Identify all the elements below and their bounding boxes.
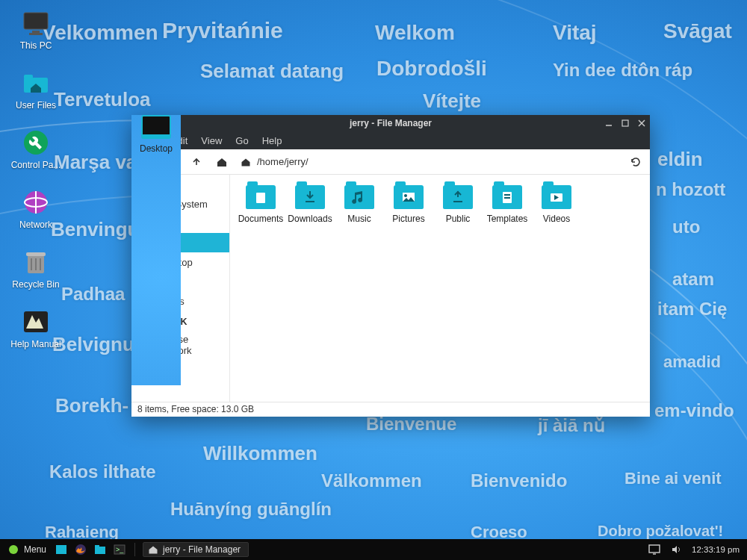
- folder-label: Videos: [532, 214, 581, 224]
- folder-icon: [295, 185, 325, 209]
- desktop-icon-this-pc[interactable]: This PC: [6, 9, 66, 51]
- svg-rect-28: [504, 197, 510, 199]
- desktop-icon-network[interactable]: Network: [6, 188, 66, 230]
- wallpaper-text: Svāgat: [663, 19, 732, 43]
- menu-view[interactable]: View: [196, 134, 226, 148]
- svg-rect-16: [622, 120, 628, 126]
- folder-label: Public: [433, 214, 483, 224]
- folder-home-icon: [21, 69, 51, 97]
- svg-rect-4: [24, 75, 33, 79]
- desktop-icon-label: Network: [6, 220, 66, 230]
- window-title: jerry - File Manager: [131, 118, 650, 128]
- toolbar: /home/jerry/: [131, 149, 650, 175]
- menubar: File Edit View Go Help: [131, 131, 650, 149]
- folder-public[interactable]: Public: [433, 185, 483, 224]
- desktop-folder-icon: [141, 115, 171, 139]
- folder-music[interactable]: Music: [335, 185, 384, 224]
- globe-icon: [21, 188, 51, 217]
- svg-point-30: [9, 545, 18, 554]
- folder-icon: [443, 185, 473, 209]
- folder-label: Pictures: [384, 214, 433, 224]
- desktop-icon-label: Control Pa...: [6, 160, 66, 170]
- wallpaper-text: Welkom: [375, 21, 455, 45]
- folder-templates[interactable]: Templates: [483, 185, 532, 224]
- svg-point-25: [404, 194, 407, 197]
- wallpaper-text: Vítejte: [423, 90, 481, 113]
- wallpaper-text: Rahaieng: [45, 523, 119, 539]
- folder-label: Templates: [483, 214, 532, 224]
- desktop-background: VelkommenPryvitańnieWelkomVitajSvāgatSel…: [0, 0, 747, 539]
- folder-icon: [394, 185, 424, 209]
- desktop-icon-label: Recycle Bin: [6, 279, 66, 290]
- folder-documents[interactable]: Documents: [236, 185, 285, 224]
- wallpaper-text: Bienvenido: [471, 470, 567, 491]
- tray-display-icon[interactable]: [647, 542, 662, 557]
- folder-icon: [246, 185, 276, 209]
- window-titlebar[interactable]: jerry - File Manager: [131, 115, 650, 131]
- svg-text:>_: >_: [116, 546, 124, 553]
- folder-pictures[interactable]: Pictures: [384, 185, 433, 224]
- desktop-icon-label: Help Manual: [6, 339, 66, 349]
- wallpaper-text: Vitaj: [553, 21, 597, 45]
- menu-icon: [7, 544, 19, 556]
- folder-label: Desktop: [131, 143, 181, 154]
- status-bar: 8 items, Free space: 13.0 GB: [131, 402, 650, 417]
- desktop-icon-help-manual[interactable]: Help Manual: [6, 308, 66, 349]
- show-desktop-button[interactable]: [54, 542, 69, 557]
- folder-label: Downloads: [285, 214, 335, 224]
- close-button[interactable]: [636, 118, 647, 128]
- wallpaper-text: Välkommen: [321, 470, 422, 491]
- folder-icon: [492, 185, 522, 209]
- terminal-launcher[interactable]: >_: [112, 542, 127, 557]
- folder-downloads[interactable]: Downloads: [285, 185, 335, 224]
- wallpaper-text: Borekh-: [55, 394, 128, 417]
- clock[interactable]: 12:33:19 pm: [692, 545, 740, 554]
- menu-help[interactable]: Help: [258, 134, 287, 148]
- svg-rect-14: [24, 311, 48, 332]
- folder-icon: [344, 185, 374, 209]
- wallpaper-text: Bine ai venit: [624, 469, 722, 488]
- files-launcher[interactable]: [93, 542, 108, 557]
- desktop-icon-recycle-bin[interactable]: Recycle Bin: [6, 248, 66, 290]
- maximize-button[interactable]: [620, 118, 630, 128]
- svg-rect-34: [95, 545, 99, 547]
- firefox-launcher[interactable]: [73, 542, 88, 557]
- folder-icon: [542, 185, 571, 209]
- wallpaper-text: Willkommen: [203, 442, 317, 465]
- folder-label: Music: [335, 214, 384, 224]
- minimize-button[interactable]: [604, 118, 614, 128]
- icon-view[interactable]: DesktopDocumentsDownloadsMusicPicturesPu…: [230, 175, 650, 402]
- tray-volume-icon[interactable]: [669, 542, 684, 557]
- folder-videos[interactable]: Videos: [532, 185, 581, 224]
- wrench-icon: [21, 128, 51, 157]
- desktop-icon-user-files[interactable]: User Files: [6, 69, 66, 111]
- wallpaper-text: uto: [672, 217, 700, 237]
- folder-label: Documents: [236, 214, 285, 224]
- wallpaper-text: Yin dee dtôn ráp: [553, 60, 692, 81]
- start-menu-button[interactable]: Menu: [4, 542, 49, 557]
- svg-rect-1: [32, 31, 40, 33]
- svg-rect-10: [26, 252, 46, 256]
- reload-button[interactable]: [629, 155, 642, 169]
- map-icon: [21, 308, 51, 336]
- wallpaper-text: eldin: [657, 148, 703, 171]
- svg-rect-37: [649, 545, 660, 553]
- folder-desktop[interactable]: Desktop: [131, 115, 181, 385]
- menu-go[interactable]: Go: [231, 134, 252, 148]
- desktop-icon-control-panel[interactable]: Control Pa...: [6, 128, 66, 170]
- svg-rect-23: [256, 193, 265, 203]
- wallpaper-text: Dobrodošli: [376, 57, 487, 81]
- trash-icon: [21, 248, 51, 276]
- wallpaper-text: Croeso: [471, 523, 527, 539]
- wallpaper-text: itam Cię: [657, 299, 727, 320]
- location-path[interactable]: /home/jerry/: [257, 156, 309, 167]
- path-home-icon: [241, 157, 251, 167]
- wallpaper-text: Bienvenue: [366, 414, 456, 435]
- wallpaper-text: Dobro požalovat'!: [598, 523, 723, 539]
- wallpaper-text: em-vindo: [654, 400, 734, 421]
- up-button[interactable]: [190, 155, 203, 169]
- svg-rect-2: [29, 33, 43, 35]
- taskbar-app-filemanager[interactable]: jerry - File Manager: [143, 542, 249, 557]
- home-icon: [148, 544, 158, 555]
- home-button[interactable]: [215, 155, 229, 169]
